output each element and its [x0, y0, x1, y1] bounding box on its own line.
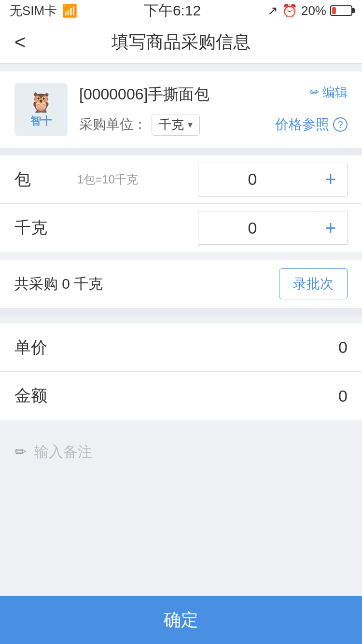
price-value: 0 [338, 338, 348, 357]
product-image: 🦉 智十 [14, 83, 68, 136]
product-image-inner: 🦉 智十 [22, 90, 60, 129]
product-card: 🦉 智十 [0000006]手撕面包 ✏ 编辑 采购单位： 千克 ▾ 价格参照 [0, 71, 362, 148]
edit-button[interactable]: ✏ 编辑 [310, 84, 348, 101]
product-info: [0000006]手撕面包 ✏ 编辑 采购单位： 千克 ▾ 价格参照 ? [79, 84, 348, 136]
price-row: 单价 0 [0, 323, 362, 372]
bag-plus-button[interactable]: + [314, 163, 348, 196]
amount-label: 金额 [14, 385, 47, 407]
unit-label-text: 采购单位： [79, 115, 147, 134]
remark-placeholder: 输入备注 [34, 442, 92, 462]
price-label: 单价 [14, 336, 47, 359]
summary-section: 共采购 0 千克 录批次 [0, 260, 362, 308]
product-unit-row: 采购单位： 千克 ▾ 价格参照 ? [79, 114, 348, 136]
product-id: [0000006] [79, 85, 148, 103]
alarm-icon: ⏰ [282, 3, 297, 18]
price-ref-button[interactable]: 价格参照 ? [275, 115, 348, 134]
divider-1 [0, 148, 362, 155]
status-right: ↗ ⏰ 20% [267, 3, 352, 18]
kg-input-control: + [198, 211, 348, 245]
info-section: 单价 0 金额 0 [0, 323, 362, 420]
confirm-button-label: 确定 [164, 608, 198, 632]
edit-label: 编辑 [322, 84, 348, 101]
info-icon: ? [333, 117, 348, 132]
pencil-icon: ✏ [14, 443, 27, 460]
unit-label: 采购单位： 千克 ▾ [79, 114, 200, 136]
nav-bar: < 填写商品采购信息 [0, 21, 362, 64]
bag-input-row: 包 1包=10千克 + [0, 155, 362, 204]
record-batch-button[interactable]: 录批次 [279, 268, 348, 299]
bag-quantity-input[interactable] [198, 163, 314, 196]
price-ref-label: 价格参照 [275, 115, 329, 134]
battery-indicator [330, 5, 352, 16]
kg-label: 千克 [14, 217, 72, 239]
bag-input-control: + [198, 163, 348, 196]
battery-fill [332, 7, 336, 14]
chevron-down-icon: ▾ [188, 119, 193, 130]
product-title: 手撕面包 [148, 85, 209, 103]
bag-label: 包 [14, 168, 72, 191]
input-section: 包 1包=10千克 + 千克 + [0, 155, 362, 252]
summary-row: 共采购 0 千克 录批次 [0, 260, 362, 308]
battery-percent: 20% [301, 3, 326, 18]
status-time: 下午6:12 [144, 1, 201, 21]
kg-input-row: 千克 + [0, 204, 362, 252]
location-icon: ↗ [267, 3, 278, 18]
amount-value: 0 [338, 387, 348, 406]
page-title: 填写商品采购信息 [111, 30, 251, 54]
carrier-label: 无SIM卡 [10, 2, 57, 19]
product-name: [0000006]手撕面包 [79, 84, 209, 105]
edit-icon: ✏ [310, 85, 320, 99]
product-header: [0000006]手撕面包 ✏ 编辑 [79, 84, 348, 105]
kg-plus-button[interactable]: + [314, 211, 348, 245]
bag-sub-label: 1包=10千克 [77, 172, 138, 187]
status-bar: 无SIM卡 📶 下午6:12 ↗ ⏰ 20% [0, 0, 362, 21]
status-left: 无SIM卡 📶 [10, 2, 77, 19]
owl-icon: 🦉 [29, 91, 53, 114]
wifi-icon: 📶 [62, 3, 77, 18]
confirm-footer[interactable]: 确定 [0, 596, 362, 644]
summary-label: 共采购 0 千克 [14, 274, 103, 294]
amount-row: 金额 0 [0, 372, 362, 420]
product-logo-text: 智十 [30, 114, 52, 128]
unit-select[interactable]: 千克 ▾ [152, 114, 200, 136]
kg-quantity-input[interactable] [198, 211, 314, 245]
remark-section[interactable]: ✏ 输入备注 [0, 428, 362, 476]
unit-value: 千克 [159, 116, 184, 133]
back-button[interactable]: < [14, 31, 26, 53]
divider-2 [0, 308, 362, 316]
